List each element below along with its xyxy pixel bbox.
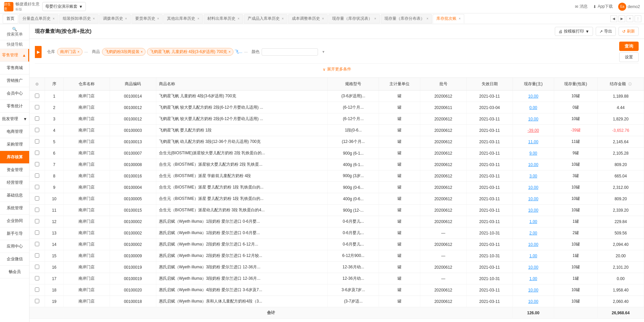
tab-cailiao[interactable]: 材料出库单历史 × (204, 14, 243, 23)
color-input[interactable] (262, 48, 318, 56)
row-checkbox[interactable] (30, 91, 45, 102)
sidebar-item-operations[interactable]: 经营管理 (0, 176, 29, 189)
tab-chancheng[interactable]: 产成品入库单历史 × (244, 14, 287, 23)
warehouse-tag-0[interactable]: 南岸门店 × (57, 48, 83, 56)
row-checkbox[interactable] (30, 262, 45, 273)
goods-ellipsis[interactable]: 飞... (235, 49, 242, 55)
sidebar-item-retail-shop[interactable]: 零售商城 (0, 62, 29, 74)
sidebar-item-system[interactable]: 系统管理 (0, 202, 29, 215)
row-stock[interactable]: 1.00 (513, 250, 554, 262)
sidebar-quicknav[interactable]: 快捷导航 (0, 40, 29, 49)
gear-icon[interactable]: ⚙ (35, 82, 39, 87)
row-checkbox[interactable] (30, 170, 45, 182)
tab-yaohuo[interactable]: 要货单历史 × (131, 14, 163, 23)
tab-tiaobo[interactable]: 调拨单历史 × (99, 14, 131, 23)
app-download-btn[interactable]: ⬇ App下载 (593, 4, 613, 9)
row-checkbox[interactable] (30, 205, 45, 216)
tab-chengben-close[interactable]: × (322, 17, 324, 20)
row-checkbox[interactable] (30, 296, 45, 307)
tab-fenpan[interactable]: 分量盘点单历史 × (19, 14, 58, 23)
row-stock[interactable]: 10.00 (513, 182, 554, 193)
row-checkbox[interactable] (30, 250, 45, 262)
sidebar-search[interactable]: 🔍 搜索英单 (0, 24, 29, 40)
row-checkbox[interactable] (30, 216, 45, 227)
balance-info-icon[interactable]: ⓘ (628, 82, 632, 86)
account-selector[interactable]: 母婴行业演示账套 ▼ (42, 2, 86, 11)
tab-tiaobo-close[interactable]: × (125, 17, 127, 20)
row-checkbox[interactable] (30, 148, 45, 159)
sidebar-item-wholesale[interactable]: 批发管理 ▼ (0, 113, 29, 125)
row-checkbox[interactable] (30, 239, 45, 250)
sidebar-item-member2[interactable]: 畅会员 (0, 266, 29, 278)
row-stock[interactable]: 0.00 (513, 102, 554, 113)
row-checkbox[interactable] (30, 284, 45, 296)
row-checkbox[interactable] (30, 136, 45, 148)
goods-tag-1[interactable]: 飞鹤星飞帆 儿童奶粉 4段(3-6岁适用) 700克 × (147, 48, 233, 56)
goods-tag-1-close[interactable]: × (228, 50, 230, 54)
tab-xiancunfen[interactable]: 现存量（库存分布表） × (381, 14, 432, 23)
row-stock[interactable]: 1.00 (513, 273, 554, 284)
row-stock[interactable]: 10.00 (513, 113, 554, 125)
tab-qita-close[interactable]: × (197, 17, 199, 20)
tab-prev-btn[interactable]: ◀ (610, 15, 617, 22)
tab-qita[interactable]: 其他出库单历史 × (163, 14, 203, 23)
tab-fenpan-close[interactable]: × (53, 17, 55, 20)
sidebar-item-enterprise-wechat[interactable]: 企业微信 (0, 253, 29, 266)
goods-more-ellipsis[interactable]: ··· (244, 50, 248, 54)
goods-tag-0-close[interactable]: × (141, 50, 143, 54)
row-stock[interactable]: 10.00 (513, 193, 554, 205)
sidebar-item-basic[interactable]: 基础信息 (0, 189, 29, 202)
sidebar-item-marketing[interactable]: 营销推广 (0, 74, 29, 87)
tab-home[interactable]: 首页 (3, 14, 18, 23)
tab-xiancunfen-close[interactable]: × (427, 17, 429, 20)
export-btn[interactable]: ↗ 导出 (596, 27, 616, 36)
tab-more-btn[interactable]: ⋮ (635, 15, 641, 22)
row-stock[interactable]: 10.00 (513, 159, 554, 170)
tab-close-all-btn[interactable]: × (627, 15, 633, 22)
row-checkbox[interactable] (30, 227, 45, 239)
expand-btn[interactable]: ∨ 展开更多条件 (320, 65, 354, 73)
row-stock[interactable]: 1.00 (513, 216, 554, 227)
warehouse-ellipsis[interactable]: ··· (85, 50, 88, 54)
tab-yaohuo-close[interactable]: × (157, 17, 159, 20)
row-stock[interactable]: 10.00 (513, 91, 554, 102)
tab-zuchai-close[interactable]: × (93, 17, 95, 20)
tab-cailiao-close[interactable]: × (237, 17, 239, 20)
row-checkbox[interactable] (30, 125, 45, 136)
sidebar-item-retail-stat[interactable]: 零售统计 (0, 100, 29, 113)
goods-tag-0[interactable]: 飞鹤奶粉3段两提装 × (102, 48, 146, 56)
row-checkbox[interactable] (30, 102, 45, 113)
query-btn[interactable]: 查询 (619, 42, 639, 51)
setting-btn[interactable]: 设置 (619, 52, 639, 62)
tab-active[interactable]: 库存批次账 × (433, 14, 464, 23)
row-checkbox[interactable] (30, 113, 45, 125)
row-checkbox[interactable] (30, 273, 45, 284)
template-print-btn[interactable]: 🖨 按模板打印 ▼ (555, 27, 593, 36)
row-stock[interactable]: 3.00 (513, 170, 554, 182)
row-stock[interactable]: 10.00 (513, 284, 554, 296)
tab-xiancunku-close[interactable]: × (374, 17, 376, 20)
tab-zuchai[interactable]: 组装拆卸单历史 × (59, 14, 99, 23)
row-stock[interactable]: 10.00 (513, 239, 554, 250)
tab-next-btn[interactable]: ▶ (619, 15, 625, 22)
sidebar-item-guide[interactable]: 新手引导 (0, 227, 29, 240)
row-stock[interactable]: -39.00 (513, 125, 554, 136)
row-stock[interactable]: 2.00 (513, 227, 554, 239)
tab-active-close[interactable]: × (459, 17, 461, 20)
tab-chengben[interactable]: 成本调整单历史 × (288, 14, 328, 23)
row-stock[interactable]: 9.00 (513, 148, 554, 159)
sidebar-item-appcenter[interactable]: 应用中心 (0, 240, 29, 253)
row-stock[interactable]: 10.00 (513, 205, 554, 216)
row-stock[interactable]: 10.00 (513, 262, 554, 273)
row-checkbox[interactable] (30, 159, 45, 170)
refresh-btn[interactable]: ↺ 刷新 (619, 27, 639, 36)
sidebar-item-retail-mgmt[interactable]: 零售管理 ▲ (0, 49, 29, 62)
tab-chancheng-close[interactable]: × (282, 17, 284, 20)
sidebar-item-finance[interactable]: 资金管理 (0, 164, 29, 176)
row-checkbox[interactable] (30, 193, 45, 205)
sidebar-item-enterprise[interactable]: 企业协同 (0, 215, 29, 227)
warehouse-tag-close[interactable]: × (77, 50, 79, 54)
user-area[interactable]: Ea demo2 (618, 3, 640, 11)
filter-toggle-btn[interactable]: ▶ (35, 46, 42, 58)
row-stock[interactable]: 11.00 (513, 136, 554, 148)
